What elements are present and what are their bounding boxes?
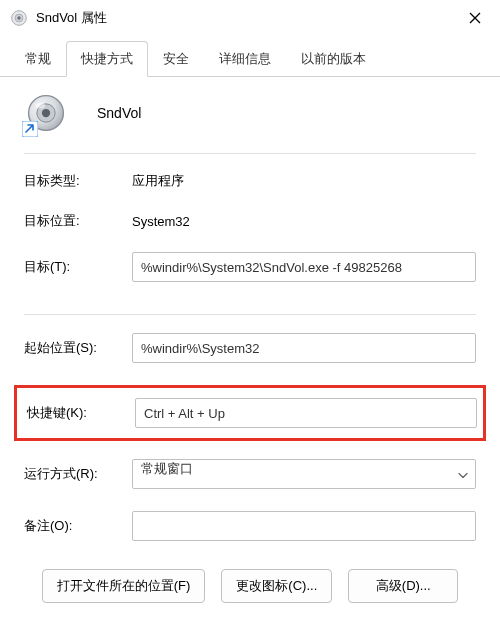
open-file-location-button[interactable]: 打开文件所在的位置(F) (42, 569, 206, 603)
input-hotkey[interactable] (135, 398, 477, 428)
row-target-location: 目标位置: System32 (24, 212, 476, 230)
label-target-type: 目标类型: (24, 172, 132, 190)
value-target-type: 应用程序 (132, 172, 184, 190)
change-icon-button[interactable]: 更改图标(C)... (221, 569, 332, 603)
row-target: 目标(T): (24, 252, 476, 282)
tab-content: SndVol 目标类型: 应用程序 目标位置: System32 目标(T): … (0, 77, 500, 622)
shortcut-header: SndVol (24, 91, 476, 135)
tab-security[interactable]: 安全 (148, 41, 204, 77)
label-run: 运行方式(R): (24, 465, 132, 483)
row-comment: 备注(O): (24, 511, 476, 541)
properties-window: SndVol 属性 常规 快捷方式 安全 详细信息 以前的版本 (0, 0, 500, 622)
input-start-in[interactable] (132, 333, 476, 363)
label-start-in: 起始位置(S): (24, 339, 132, 357)
label-target-location: 目标位置: (24, 212, 132, 230)
shortcut-large-icon (24, 91, 68, 135)
row-run: 运行方式(R): 常规窗口 (24, 459, 476, 489)
button-row: 打开文件所在的位置(F) 更改图标(C)... 高级(D)... (24, 569, 476, 603)
titlebar: SndVol 属性 (0, 0, 500, 36)
shortcut-name[interactable]: SndVol (96, 100, 142, 126)
label-target: 目标(T): (24, 258, 132, 276)
tab-previous-versions[interactable]: 以前的版本 (286, 41, 381, 77)
row-start-in: 起始位置(S): (24, 333, 476, 363)
select-run-wrap[interactable]: 常规窗口 (132, 459, 476, 489)
svg-point-8 (36, 103, 45, 109)
value-target-location: System32 (132, 214, 190, 229)
tab-strip: 常规 快捷方式 安全 详细信息 以前的版本 (0, 40, 500, 77)
shortcut-arrow-overlay-icon (22, 121, 38, 137)
row-hotkey-highlighted: 快捷键(K): (14, 385, 486, 441)
label-comment: 备注(O): (24, 517, 132, 535)
select-run[interactable]: 常规窗口 (132, 459, 476, 489)
separator (24, 153, 476, 154)
tab-general[interactable]: 常规 (10, 41, 66, 77)
input-target[interactable] (132, 252, 476, 282)
svg-point-7 (42, 109, 50, 117)
window-title: SndVol 属性 (36, 9, 107, 27)
svg-point-2 (17, 16, 20, 19)
input-comment[interactable] (132, 511, 476, 541)
tab-shortcut[interactable]: 快捷方式 (66, 41, 148, 77)
close-icon (469, 12, 481, 24)
row-target-type: 目标类型: 应用程序 (24, 172, 476, 190)
tab-details[interactable]: 详细信息 (204, 41, 286, 77)
close-button[interactable] (450, 0, 500, 36)
app-small-icon (10, 9, 28, 27)
label-hotkey: 快捷键(K): (23, 404, 135, 422)
separator-2 (24, 314, 476, 315)
advanced-button[interactable]: 高级(D)... (348, 569, 458, 603)
